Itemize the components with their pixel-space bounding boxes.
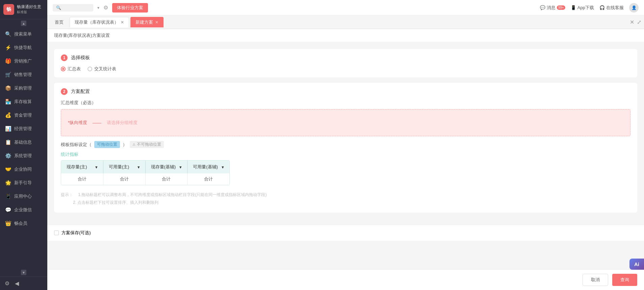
sales-icon: 🛒 xyxy=(5,71,11,78)
sidebar-item-label: 企业协同 xyxy=(14,166,32,172)
dimension-dash: —— xyxy=(93,120,101,125)
sidebar-item-label: 营销推广 xyxy=(14,58,32,64)
topbar-dropdown[interactable]: ▾ xyxy=(97,5,99,10)
tabbar: 首页 现存量（库存状况表） ✕ 新建方案 ✕ ✕ ⤢ xyxy=(47,16,644,29)
settings-footer-icon[interactable]: ⚙ xyxy=(5,280,9,287)
tab-close-all-icon[interactable]: ✕ xyxy=(630,19,634,25)
indicator-settings: 模板指标设定（ 可拖动位置 ） ⚠ 不可拖动位置 统计指标 现存量( xyxy=(61,141,630,206)
scroll-down-btn[interactable]: ▼ xyxy=(0,268,47,276)
stats-section-title: 统计指标 xyxy=(61,151,630,158)
user-avatar[interactable]: 👤 xyxy=(629,3,639,13)
logo-name: 畅康通好生意 xyxy=(17,4,41,10)
basic-icon: 📋 xyxy=(5,139,11,146)
col-header-1[interactable]: 可用量(主) ▾ xyxy=(103,161,146,173)
sidebar-item-marketing[interactable]: 🎁 营销推广 xyxy=(0,54,47,68)
sidebar-item-basic[interactable]: 📋 基础信息 xyxy=(0,136,47,149)
tab-expand-icon[interactable]: ⤢ xyxy=(637,19,641,25)
step1-section: 1 选择模板 汇总表 交叉统计表 xyxy=(54,49,637,77)
radio-cross[interactable]: 交叉统计表 xyxy=(88,66,116,72)
step2-section: 2 方案配置 汇总维度（必选） *纵向维度 —— 请选择分组维度 模板指标设定（… xyxy=(54,83,637,213)
bottom-bar: 取消 查询 xyxy=(47,269,644,290)
sidebar-item-sales[interactable]: 🛒 销售管理 xyxy=(0,68,47,81)
col-data-2: 合计 xyxy=(146,173,188,185)
tab-new-scheme[interactable]: 新建方案 ✕ xyxy=(130,17,164,27)
sidebar-item-shortcut[interactable]: ⚡ 快捷导航 xyxy=(0,41,47,54)
tab-home[interactable]: 首页 xyxy=(50,17,68,27)
sidebar-item-system[interactable]: ⚙️ 系统管理 xyxy=(0,149,47,163)
finance-icon: 💰 xyxy=(5,112,11,119)
sidebar-item-purchase[interactable]: 📦 采购管理 xyxy=(0,81,47,95)
sidebar-item-search[interactable]: 🔍 搜索菜单 xyxy=(0,27,47,41)
radio-summary-dot xyxy=(61,67,66,71)
online-service-btn[interactable]: 🎧 在线客服 xyxy=(599,5,624,11)
collapse-footer-icon[interactable]: ◀ xyxy=(15,280,19,287)
sidebar-item-finance[interactable]: 💰 资金管理 xyxy=(0,108,47,122)
page-title: 现存量(库存状况表)方案设置 xyxy=(47,29,644,42)
search-topbar-icon: 🔍 xyxy=(56,5,61,10)
sidebar: 畅 畅康通好生意 标准版 ▲ 🔍 搜索菜单 ⚡ 快捷导航 🎁 营销推广 🛒 销售… xyxy=(0,0,47,290)
step2-title: 方案配置 xyxy=(71,89,90,95)
sidebar-item-label: 库存核算 xyxy=(14,99,32,105)
query-button[interactable]: 查询 xyxy=(612,274,637,286)
tab-new-close[interactable]: ✕ xyxy=(155,20,158,25)
sidebar-item-label: 畅会员 xyxy=(14,220,27,226)
tab-inventory-status[interactable]: 现存量（库存状况表） ✕ xyxy=(70,17,129,27)
radio-summary[interactable]: 汇总表 xyxy=(61,66,81,72)
member-icon: 👑 xyxy=(5,220,11,227)
message-badge: 99+ xyxy=(557,5,565,10)
sidebar-item-label: 企业微信 xyxy=(14,207,32,213)
sidebar-item-label: 快捷导航 xyxy=(14,45,32,51)
app-icon: 📱 xyxy=(571,5,576,10)
search-nav-icon: 🔍 xyxy=(5,31,11,38)
sidebar-item-apps[interactable]: 📱 应用中心 xyxy=(0,190,47,203)
radio-cross-dot xyxy=(88,67,92,71)
trial-btn[interactable]: 体验行业方案 xyxy=(112,3,148,13)
sidebar-footer: ⚙ ◀ xyxy=(0,276,47,290)
step2-num: 2 xyxy=(61,88,68,95)
col-chevron-2: ▾ xyxy=(179,165,182,170)
sidebar-item-operation[interactable]: 📊 经营管理 xyxy=(0,122,47,136)
shortcut-icon: ⚡ xyxy=(5,44,11,51)
step2-header: 2 方案配置 xyxy=(61,88,630,95)
badge-undraggable: ⚠ 不可拖动位置 xyxy=(130,141,164,148)
tip-text-2: 2. 点击标题栏下拉可设置排序、插入列和删除列 xyxy=(73,200,158,205)
col-chevron-3: ▾ xyxy=(222,165,224,170)
sidebar-item-agreement[interactable]: 🤝 企业协同 xyxy=(0,163,47,176)
dimension-required-label: *纵向维度 xyxy=(68,120,87,126)
save-checkbox-row: 方案保存(可选) xyxy=(47,225,644,241)
sidebar-item-guide[interactable]: 🌟 新手引导 xyxy=(0,176,47,190)
cancel-button[interactable]: 取消 xyxy=(583,274,608,286)
sidebar-item-label: 销售管理 xyxy=(14,72,32,78)
sidebar-item-member[interactable]: 👑 畅会员 xyxy=(0,217,47,230)
sidebar-item-inventory[interactable]: 🏪 库存核算 xyxy=(0,95,47,108)
step1-header: 1 选择模板 xyxy=(61,54,630,61)
col-data-1: 合计 xyxy=(103,173,146,185)
topbar-search-box[interactable]: 🔍 xyxy=(53,4,93,11)
form-container: 1 选择模板 汇总表 交叉统计表 2 xyxy=(47,42,644,225)
service-icon: 🎧 xyxy=(599,5,605,10)
col-label-3: 可用量(基辅) xyxy=(193,164,218,170)
logo-edition: 标准版 xyxy=(17,10,41,15)
sidebar-item-wechat[interactable]: 💬 企业微信 xyxy=(0,203,47,217)
col-header-0[interactable]: 现存量(主) ▾ xyxy=(61,161,103,173)
dimension-box[interactable]: *纵向维度 —— 请选择分组维度 xyxy=(61,109,630,136)
sidebar-item-label: 基础信息 xyxy=(14,139,32,145)
guide-icon: 🌟 xyxy=(5,179,11,186)
scroll-up-btn[interactable]: ▲ xyxy=(0,19,47,27)
tips-title: 提示： xyxy=(61,192,77,197)
message-btn[interactable]: 💬 消息 99+ xyxy=(540,5,565,11)
app-download-btn[interactable]: 📱 App下载 xyxy=(571,5,594,11)
col-chevron-1: ▾ xyxy=(138,165,140,170)
tip-2: 2. 点击标题栏下拉可设置排序、插入列和删除列 xyxy=(61,199,630,206)
ai-badge[interactable]: Ai xyxy=(629,259,644,270)
topbar-gear-icon[interactable]: ⚙ xyxy=(103,4,108,11)
logo-icon: 畅 xyxy=(3,4,14,15)
sidebar-logo: 畅 畅康通好生意 标准版 xyxy=(0,0,47,19)
topbar: 🔍 ▾ ⚙ 体验行业方案 💬 消息 99+ 📱 App下载 🎧 在线客服 👤 xyxy=(47,0,644,16)
save-checkbox[interactable] xyxy=(54,231,59,235)
stats-table: 现存量(主) ▾ 可用量(主) ▾ 现存量(基辅) ▾ xyxy=(61,160,230,185)
col-header-3[interactable]: 可用量(基辅) ▾ xyxy=(188,161,229,173)
tab-inventory-close[interactable]: ✕ xyxy=(121,20,124,25)
col-header-2[interactable]: 现存量(基辅) ▾ xyxy=(146,161,188,173)
tab-inventory-label: 现存量（库存状况表） xyxy=(75,19,119,25)
